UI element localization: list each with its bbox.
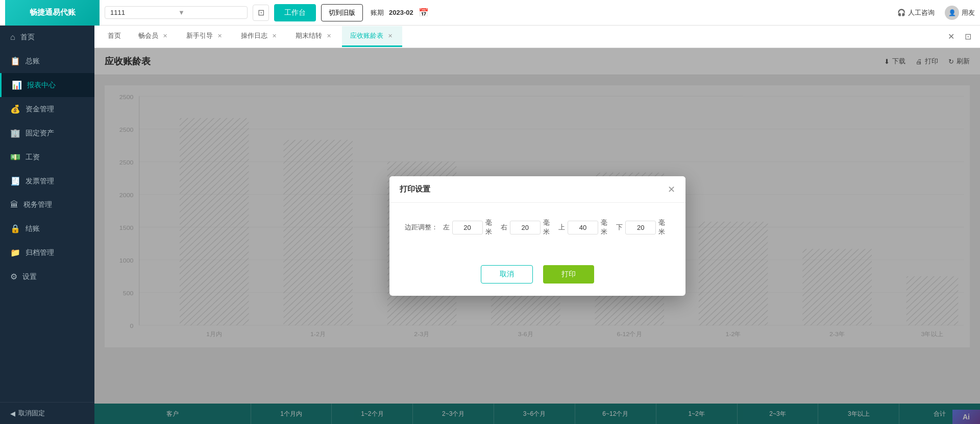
invoice-icon: 🧾 bbox=[10, 176, 20, 186]
top-direction-label: 上 bbox=[558, 223, 565, 232]
sidebar-item-home[interactable]: ⌂ 首页 bbox=[0, 26, 94, 49]
margin-right-input[interactable] bbox=[510, 221, 541, 234]
margin-bottom-item: 下 毫米 bbox=[616, 218, 670, 237]
collapse-icon: ◀ bbox=[10, 410, 15, 417]
home-icon: ⌂ bbox=[10, 33, 15, 42]
dropdown-arrow-icon: ▼ bbox=[178, 9, 242, 16]
period-label: 账期 bbox=[371, 8, 384, 17]
tab-home[interactable]: 首页 bbox=[100, 26, 129, 47]
tab-member-close[interactable]: ✕ bbox=[161, 32, 169, 40]
switch-version-button[interactable]: 切到旧版 bbox=[321, 4, 363, 21]
checkout-icon: 🔒 bbox=[10, 224, 20, 233]
sidebar-item-assets[interactable]: 🏢 固定资产 bbox=[0, 121, 94, 145]
calendar-icon[interactable]: 📅 bbox=[419, 8, 429, 17]
confirm-print-button[interactable]: 打印 bbox=[543, 265, 594, 284]
tab-member-label: 畅会员 bbox=[138, 31, 158, 40]
consult-button[interactable]: 🎧 人工咨询 bbox=[897, 8, 935, 17]
logo: 畅捷通易代账 bbox=[5, 0, 100, 26]
margin-top-item: 上 毫米 bbox=[558, 218, 612, 237]
collapse-label: 取消固定 bbox=[18, 409, 45, 418]
bottom-direction-label: 下 bbox=[616, 223, 623, 232]
user-area[interactable]: 👤 用友 bbox=[945, 6, 975, 20]
margin-top-input[interactable] bbox=[568, 221, 598, 234]
sidebar-label-salary: 工资 bbox=[26, 153, 40, 162]
ledger-icon: 📋 bbox=[10, 56, 20, 66]
sidebar-label-ledger: 总账 bbox=[26, 57, 40, 66]
bottom-unit-label: 毫米 bbox=[658, 218, 670, 237]
company-select[interactable]: 1111 ▼ bbox=[105, 6, 248, 19]
tab-guide[interactable]: 新手引导 ✕ bbox=[178, 26, 232, 47]
page-content: 应收账龄表 ⬇ 下载 🖨 打印 ↻ 刷新 bbox=[94, 48, 980, 424]
tab-period-close[interactable]: 期末结转 ✕ bbox=[287, 26, 341, 47]
sidebar-item-invoice[interactable]: 🧾 发票管理 bbox=[0, 169, 94, 193]
margin-left-item: 左 毫米 bbox=[443, 218, 497, 237]
avatar: 👤 bbox=[945, 6, 959, 20]
sidebar-item-ledger[interactable]: 📋 总账 bbox=[0, 49, 94, 73]
sidebar-label-home: 首页 bbox=[20, 33, 35, 42]
tab-period-close-label: 期末结转 bbox=[296, 31, 322, 40]
margin-group: 左 毫米 右 毫米 上 bbox=[443, 218, 670, 237]
header-right: 🎧 人工咨询 👤 用友 bbox=[897, 6, 975, 20]
margin-bottom-input[interactable] bbox=[625, 221, 656, 234]
tab-ar-aging[interactable]: 应收账龄表 ✕ bbox=[342, 26, 402, 47]
sidebar-item-reports[interactable]: 📊 报表中心 bbox=[0, 73, 94, 97]
modal-title: 打印设置 bbox=[400, 184, 430, 194]
main-layout: ⌂ 首页 📋 总账 📊 报表中心 💰 资金管理 🏢 固定资产 💵 工资 bbox=[0, 26, 980, 424]
tab-right-actions: ✕ ⊡ bbox=[944, 30, 975, 44]
period-value: 2023-02 bbox=[389, 9, 413, 16]
sidebar-label-funds: 资金管理 bbox=[26, 105, 54, 114]
modal-header: 打印设置 ✕ bbox=[389, 176, 685, 203]
sidebar-item-tax[interactable]: 🏛 税务管理 bbox=[0, 193, 94, 217]
left-direction-label: 左 bbox=[443, 223, 450, 232]
salary-icon: 💵 bbox=[10, 152, 20, 162]
sidebar-collapse-button[interactable]: ◀ 取消固定 bbox=[0, 402, 94, 424]
sidebar: ⌂ 首页 📋 总账 📊 报表中心 💰 资金管理 🏢 固定资产 💵 工资 bbox=[0, 26, 94, 424]
tab-home-label: 首页 bbox=[108, 31, 121, 40]
margin-left-input[interactable] bbox=[452, 221, 483, 234]
sidebar-label-reports: 报表中心 bbox=[27, 81, 56, 90]
sidebar-item-funds[interactable]: 💰 资金管理 bbox=[0, 97, 94, 121]
modal-footer: 取消 打印 bbox=[389, 257, 685, 296]
margin-label: 边距调整： bbox=[405, 223, 438, 232]
archive-glyph: ⊡ bbox=[258, 8, 264, 17]
tab-member[interactable]: 畅会员 ✕ bbox=[130, 26, 177, 47]
tab-ar-aging-close[interactable]: ✕ bbox=[386, 32, 394, 40]
sidebar-scroll: ⌂ 首页 📋 总账 📊 报表中心 💰 资金管理 🏢 固定资产 💵 工资 bbox=[0, 26, 94, 402]
tab-period-close-close[interactable]: ✕ bbox=[325, 32, 333, 40]
tab-guide-label: 新手引导 bbox=[186, 31, 213, 40]
tab-close-all-button[interactable]: ✕ bbox=[944, 30, 958, 44]
modal-close-button[interactable]: ✕ bbox=[668, 185, 675, 194]
tab-oplog-label: 操作日志 bbox=[241, 31, 267, 40]
margin-form-row: 边距调整： 左 毫米 右 毫米 bbox=[405, 218, 670, 237]
archive-mgr-icon: 📁 bbox=[10, 248, 20, 257]
sidebar-item-settings[interactable]: ⚙ 设置 bbox=[0, 265, 94, 289]
headset-icon: 🎧 bbox=[897, 9, 905, 16]
assets-icon: 🏢 bbox=[10, 128, 20, 138]
margin-right-item: 右 毫米 bbox=[501, 218, 554, 237]
sidebar-label-archive: 归档管理 bbox=[26, 248, 54, 257]
tab-maximize-button[interactable]: ⊡ bbox=[961, 30, 975, 44]
top-header: 畅捷通易代账 1111 ▼ ⊡ 工作台 切到旧版 账期 2023-02 📅 🎧 … bbox=[0, 0, 980, 26]
tab-oplog[interactable]: 操作日志 ✕ bbox=[233, 26, 286, 47]
tab-ar-aging-label: 应收账龄表 bbox=[350, 31, 383, 40]
left-unit-label: 毫米 bbox=[485, 218, 497, 237]
archive-icon[interactable]: ⊡ bbox=[253, 5, 269, 21]
sidebar-item-archive[interactable]: 📁 归档管理 bbox=[0, 241, 94, 265]
tab-guide-close[interactable]: ✕ bbox=[216, 32, 224, 40]
cancel-button[interactable]: 取消 bbox=[481, 265, 533, 284]
workbench-button[interactable]: 工作台 bbox=[274, 4, 316, 21]
tab-oplog-close[interactable]: ✕ bbox=[271, 32, 278, 40]
top-unit-label: 毫米 bbox=[601, 218, 612, 237]
sidebar-item-checkout[interactable]: 🔒 结账 bbox=[0, 217, 94, 241]
sidebar-label-checkout: 结账 bbox=[26, 224, 40, 233]
right-direction-label: 右 bbox=[501, 223, 507, 232]
sidebar-label-tax: 税务管理 bbox=[23, 200, 52, 209]
sidebar-item-salary[interactable]: 💵 工资 bbox=[0, 145, 94, 169]
tab-bar: 首页 畅会员 ✕ 新手引导 ✕ 操作日志 ✕ 期末结转 ✕ 应收账龄表 ✕ bbox=[94, 26, 980, 48]
tax-icon: 🏛 bbox=[10, 200, 18, 209]
reports-icon: 📊 bbox=[12, 80, 22, 90]
avatar-icon: 👤 bbox=[948, 9, 956, 16]
modal-overlay: 打印设置 ✕ 边距调整： 左 毫米 bbox=[94, 48, 980, 424]
modal-body: 边距调整： 左 毫米 右 毫米 bbox=[389, 203, 685, 257]
sidebar-label-settings: 设置 bbox=[22, 272, 37, 281]
